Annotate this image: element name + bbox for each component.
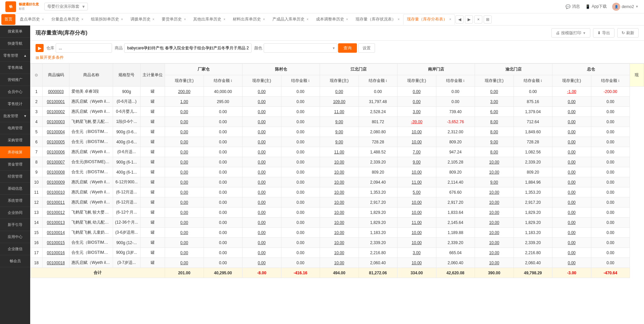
cell-qty-2[interactable]: 10.00 [320,207,359,218]
sidebar-item-shop[interactable]: 零售商城 [0,62,30,74]
cell-code[interactable]: 00100001 [43,97,69,107]
app-download-btn[interactable]: 📱 App下载 [585,4,607,9]
cell-qty-2[interactable]: 10.00 [320,218,359,228]
cell-code[interactable]: 00100004 [43,127,69,137]
cell-qty-3[interactable]: 10.00 [397,127,436,137]
settings-btn[interactable]: 设置 [358,43,375,53]
cell-code[interactable]: 00100013 [43,218,69,228]
cell-qty-5[interactable]: 0.00 [552,137,591,147]
cell-qty-1[interactable]: 0.00 [242,187,281,197]
cell-qty-2[interactable]: 10.00 [320,177,359,187]
cell-qty-5[interactable]: 0.00 [552,207,591,218]
cell-qty-3[interactable]: 11.00 [397,177,436,187]
cell-qty-4[interactable]: 8.00 [475,117,514,127]
cell-qty-2[interactable]: 9.00 [320,137,359,147]
close-icon[interactable]: × [42,17,44,21]
close-icon[interactable]: × [346,17,348,21]
cell-qty-5[interactable]: 0.00 [552,157,591,167]
cell-qty-2[interactable]: 10.00 [320,248,359,258]
cell-code[interactable]: 00100012 [43,207,69,218]
sidebar-item-basic[interactable]: 基础信息 [0,183,30,195]
tab-inventory-history[interactable]: 盘点单历史 × [16,14,48,25]
sidebar-item-finance[interactable]: 资金管理 [0,158,30,171]
branch-selector[interactable]: 母婴行业演示陈套 ▼ [44,3,88,10]
product-input[interactable] [124,43,252,53]
cell-qty-1[interactable]: 0.00 [242,197,281,207]
sidebar-item-retail-stats[interactable]: 零售统计 [0,98,30,110]
cell-qty-3[interactable]: 10.00 [397,238,436,248]
cell-qty-1[interactable]: 0.00 [242,238,281,248]
cell-qty-0[interactable]: 0.00 [165,228,204,238]
sidebar-item-marketing[interactable]: 营销推广 [0,74,30,86]
tab-home[interactable]: 首页 [1,14,15,25]
cell-qty-3[interactable]: 10.00 [397,197,436,207]
sidebar-item-guide[interactable]: 新手引导 [0,219,30,231]
cell-qty-1[interactable]: 0.00 [242,127,281,137]
cell-qty-3[interactable]: 10.00 [397,167,436,177]
cell-qty-1[interactable]: 0.00 [242,167,281,177]
cell-qty-2[interactable]: 11.00 [320,147,359,157]
cell-qty-3[interactable]: 3.00 [397,107,436,117]
cell-qty-1[interactable]: 0.00 [242,117,281,127]
cell-code[interactable]: 00100006 [43,147,69,157]
cell-qty-2[interactable]: 10.00 [320,187,359,197]
cell-qty-2[interactable]: 10.00 [320,197,359,207]
cell-qty-2[interactable]: 0.00 [320,87,359,97]
sidebar-item-wholesale[interactable]: 批发管理 ▼ [0,110,30,122]
cell-qty-0[interactable]: 0.00 [165,248,204,258]
cell-qty-3[interactable]: 9.00 [397,157,436,167]
cell-qty-5[interactable]: 0.00 [552,218,591,228]
cell-qty-5[interactable]: 0.00 [552,177,591,187]
sidebar-item-purchase[interactable]: 采购管理 [0,134,30,146]
cell-qty-4[interactable]: 6.00 [475,107,514,117]
cell-qty-4[interactable]: 9.00 [475,177,514,187]
close-icon[interactable]: × [449,17,451,21]
cell-qty-4[interactable]: 0.00 [475,87,514,97]
sidebar-item-ecommerce[interactable]: 电商管理 [0,122,30,134]
cell-qty-0[interactable]: 0.00 [165,107,204,117]
cell-qty-0[interactable]: 0.00 [165,157,204,167]
export-btn[interactable]: ⬇ 导出 [593,28,614,38]
cell-qty-2[interactable]: 109.00 [320,97,359,107]
cell-qty-1[interactable]: 0.00 [242,107,281,117]
cell-qty-5[interactable]: 0.00 [552,248,591,258]
close-icon[interactable]: × [398,17,400,21]
cell-code[interactable]: 00100005 [43,137,69,147]
refresh-btn[interactable]: ↻ 刷新 [617,28,639,38]
cell-qty-1[interactable]: 0.00 [242,137,281,147]
cell-code[interactable]: 00100008 [43,167,69,177]
cell-qty-0[interactable]: 0.00 [165,137,204,147]
cell-qty-1[interactable]: 0.00 [242,207,281,218]
sidebar-item-apps[interactable]: 应用中心 [0,231,30,243]
close-icon[interactable]: × [82,17,84,21]
sidebar-item-nav[interactable]: 快捷导航 [0,38,30,50]
cell-qty-4[interactable]: 10.00 [475,258,514,268]
tab-close-btn[interactable]: × [474,15,482,24]
cell-qty-4[interactable]: 10.00 [475,228,514,238]
close-icon[interactable]: × [153,17,155,21]
cell-qty-2[interactable]: 10.00 [320,258,359,268]
settings-icon[interactable]: ⚙ [35,73,38,78]
tab-stock-distribution[interactable]: 现存量（库存分布表） × [403,14,455,25]
cell-qty-4[interactable]: 10.00 [475,218,514,228]
cell-qty-3[interactable]: 10.00 [397,137,436,147]
cell-qty-1[interactable]: 0.00 [242,147,281,157]
tab-other-out[interactable]: 其他出库单历史 × [190,14,229,25]
sidebar-item-member[interactable]: 会员中心 [0,86,30,98]
cell-qty-5[interactable]: 0.00 [552,167,591,177]
cell-qty-4[interactable]: 10.00 [475,167,514,177]
tab-stock-status[interactable]: 现存量（库存状况表） × [352,14,404,25]
tab-split-inventory[interactable]: 分量盘点单历史 × [48,14,87,25]
cell-qty-5[interactable]: 0.00 [552,187,591,197]
tab-cost-adjust[interactable]: 成本调整单历史 × [312,14,352,25]
cell-qty-0[interactable]: 0.00 [165,238,204,248]
sidebar-item-retail[interactable]: 零售管理 ▲ [0,50,30,62]
cell-code[interactable]: 00100016 [43,248,69,258]
cell-qty-5[interactable]: 0.00 [552,107,591,117]
cell-qty-3[interactable]: 0.00 [397,87,436,97]
cell-qty-0[interactable]: 0.00 [165,207,204,218]
cell-qty-0[interactable]: 0.00 [165,117,204,127]
cell-qty-5[interactable]: 0.00 [552,228,591,238]
cell-qty-2[interactable]: 10.00 [320,228,359,238]
close-icon[interactable]: × [121,17,123,21]
